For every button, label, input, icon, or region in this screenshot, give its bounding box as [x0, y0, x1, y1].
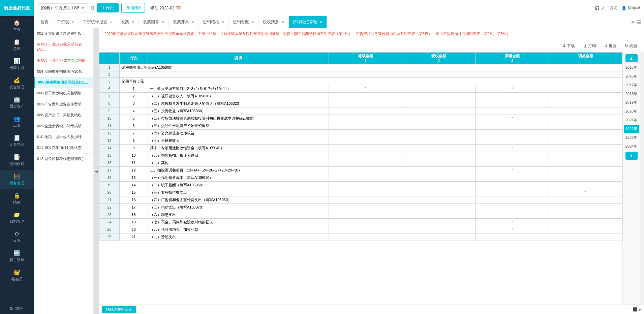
col3-cell-2[interactable] [476, 100, 549, 107]
col1-cell-2[interactable] [329, 100, 402, 107]
scroll-left-icon[interactable]: ⬛ [633, 307, 637, 312]
left-panel-item-period-fee[interactable]: 004-期间费用明细表(A1040... [34, 66, 93, 77]
close-all-tabs-button[interactable]: ✕ [631, 20, 635, 25]
col1-cell-3[interactable] [329, 107, 402, 115]
col2-cell-1[interactable] [402, 92, 476, 100]
col2-cell-10[interactable] [402, 159, 476, 166]
scroll-right-icon[interactable]: ▶ [639, 307, 641, 312]
col4-cell-13[interactable] [549, 181, 622, 189]
col3-cell-3[interactable] [476, 107, 549, 115]
col3-cell-1[interactable] [476, 92, 549, 100]
col4-cell-6[interactable] [549, 129, 622, 137]
col3-cell-12[interactable] [476, 174, 549, 181]
year-item-2023年[interactable]: 2023年 [624, 133, 639, 142]
col3-cell-5[interactable] [476, 122, 549, 129]
tab-close-inbound-check[interactable]: ✕ [222, 20, 224, 24]
col2-cell-5[interactable] [402, 122, 476, 129]
col3-cell-15[interactable] [476, 196, 549, 203]
col1-cell-10[interactable] [329, 159, 402, 166]
col3-cell-14[interactable] [476, 189, 549, 196]
old-version-button[interactable]: 切到旧版 [121, 3, 145, 13]
col2-cell-6[interactable] [402, 129, 476, 137]
col4-cell-16[interactable] [549, 203, 622, 211]
col4-cell-8[interactable] [549, 144, 622, 152]
col4-cell-19[interactable] [549, 226, 622, 233]
col3-cell-9[interactable] [476, 152, 549, 159]
col4-cell-17[interactable] [549, 211, 622, 218]
col4-cell-5[interactable] [549, 122, 622, 129]
col2-cell-15[interactable] [402, 196, 476, 203]
col1-cell-16[interactable] [329, 203, 402, 211]
year-item-2016年[interactable]: 2016年 [624, 72, 639, 81]
col2-cell-12[interactable] [402, 174, 476, 181]
workbench-button[interactable]: 工作台 [97, 3, 119, 12]
tab-home[interactable]: 首页 [36, 16, 53, 28]
left-panel-item-corp-income[interactable]: 001-企业所得年度纳税申报... [34, 28, 93, 39]
year-item-2018年[interactable]: 2018年 [624, 90, 639, 98]
tab-invoice-calc[interactable]: 发票测算✕ [139, 16, 169, 28]
col3-cell-16[interactable] [476, 203, 549, 211]
col2-cell-4[interactable] [402, 115, 476, 122]
tab-close-tax-clear[interactable]: ✕ [282, 20, 284, 24]
left-panel-item-salary-adjust[interactable]: 006-职工薪酬纳税调整明细... [34, 88, 93, 99]
col1-cell-14[interactable] [329, 189, 402, 196]
tab-close-invoice-calc[interactable]: ✕ [162, 20, 164, 24]
tab-close-income-tax[interactable]: ✕ [320, 20, 323, 24]
col3-cell-18[interactable]: * [476, 218, 549, 226]
col2-cell-20[interactable] [402, 233, 476, 241]
sidebar-item-asset-mgmt[interactable]: 💰资金管理 [0, 74, 34, 93]
left-panel-item-adv-fee[interactable]: 007-广告费和业务宣传费明... [34, 99, 93, 110]
col1-cell-15[interactable] [329, 196, 402, 203]
copy-icon[interactable]: ⧉ [91, 5, 94, 11]
calendar-icon[interactable]: 📅 [176, 6, 181, 10]
sidebar-item-settings[interactable]: ⚙设置 [0, 227, 34, 247]
company-select[interactable]: (勿删）江西股宝-LSS ▼ [38, 3, 88, 12]
col4-cell-20[interactable] [549, 233, 622, 241]
col2-cell-7[interactable] [402, 137, 476, 144]
left-panel-item-tax-reduce[interactable]: 009-企业所得税扣补亏损明... [34, 121, 93, 132]
col4-cell-10[interactable] [549, 159, 622, 166]
col1-cell-1[interactable] [329, 92, 402, 100]
user-menu[interactable]: 👤 徐泽华 [621, 5, 640, 11]
col1-cell-9[interactable] [329, 152, 402, 159]
tab-inbound-check[interactable]: 进销稽核✕ [199, 16, 229, 28]
tabs-menu-icon[interactable]: ☰ [637, 20, 641, 25]
sidebar-item-home[interactable]: 🏠首页 [0, 16, 34, 35]
col2-cell-2[interactable] [402, 100, 476, 107]
sidebar-item-fixed-assets[interactable]: 🏢固定资产 [0, 93, 34, 112]
left-panel-item-reduce-tax[interactable]: 012-减免所得税优惠明细表(... [34, 154, 93, 164]
col2-cell-11[interactable] [402, 166, 476, 174]
col3-cell-7[interactable] [476, 137, 549, 144]
bottom-tab-tax-adjust-detail[interactable]: 纳税调整明细表 [102, 306, 136, 313]
tab-inbound-ledger[interactable]: 进销台账✕ [229, 16, 259, 28]
col1-cell-11[interactable] [329, 166, 402, 174]
col2-cell-14[interactable] [402, 189, 476, 196]
col4-cell-15[interactable] [549, 196, 622, 203]
left-panel-item-rd-deduct[interactable]: 011-研发费用加计扣除优惠... [34, 143, 93, 153]
col3-cell-4[interactable]: * [476, 115, 549, 122]
year-up-button[interactable]: ▲ [625, 54, 638, 62]
col3-cell-6[interactable] [476, 129, 549, 137]
year-item-2024年[interactable]: 2024年 [624, 142, 639, 151]
tab-income-tax[interactable]: 所得税汇算缴✕ [289, 16, 327, 28]
tab-invoice[interactable]: 发票✕ [117, 16, 139, 28]
col4-cell-1[interactable] [549, 92, 622, 100]
sidebar-item-new-guide[interactable]: 🆕新手引导 [0, 247, 34, 266]
year-item-2015年[interactable]: 2015年 [624, 63, 639, 72]
spreadsheet[interactable]: 行次 项 目 账载全额1 税收全额2 调增全额3 调减全额4 1 [99, 52, 622, 305]
col4-cell-9[interactable] [549, 152, 622, 159]
col1-cell-19[interactable] [329, 226, 402, 233]
sidebar-item-archive-mgmt[interactable]: 📁归档管理 [0, 208, 34, 227]
col2-cell-9[interactable] [402, 152, 476, 159]
col1-cell-12[interactable] [329, 174, 402, 181]
tab-payroll-report[interactable]: 工资统计报表✕ [79, 16, 117, 28]
col4-cell-2[interactable] [549, 100, 622, 107]
sidebar-item-close-period[interactable]: 🔒结账 [0, 189, 34, 208]
col4-cell-14[interactable]: * [549, 189, 622, 196]
col3-cell-17[interactable] [476, 211, 549, 218]
reset-button[interactable]: ↺ 重置 [602, 42, 619, 50]
left-panel-item-tax-adjust[interactable]: 005-纳税调整项目明细表(A1... [34, 77, 93, 88]
tab-close-invoice[interactable]: ✕ [132, 20, 134, 24]
left-panel-item-exempt-inc[interactable]: 010-免税、减计收入及加计... [34, 132, 93, 143]
col1-cell-6[interactable] [329, 129, 402, 137]
